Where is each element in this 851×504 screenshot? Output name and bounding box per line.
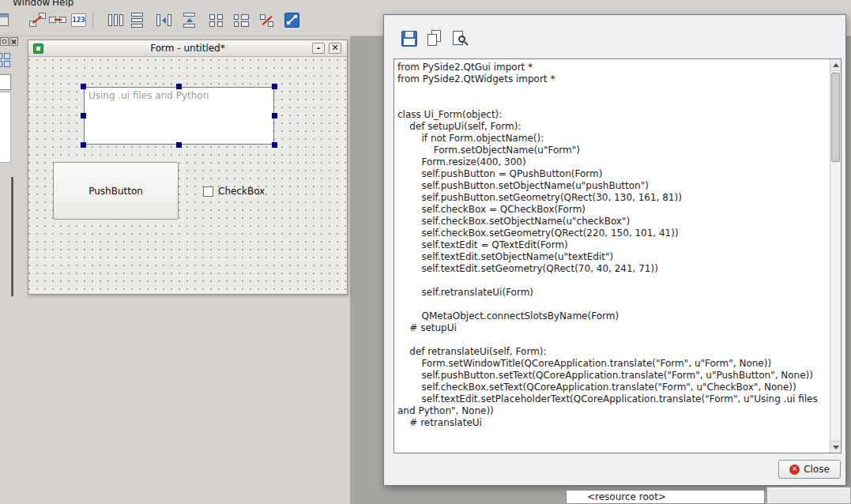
menu-window[interactable]: Window — [13, 0, 50, 7]
close-window-button[interactable]: ✕ — [329, 43, 341, 54]
selection-handle-bottom-left[interactable] — [81, 142, 86, 148]
resource-root-label: <resource root> — [587, 491, 666, 502]
layout-grid-icon[interactable] — [207, 11, 226, 30]
selection-handle-bottom-center[interactable] — [176, 142, 182, 148]
layout-vertical-splitter-icon[interactable] — [180, 11, 199, 30]
form-window-title: Form - untitled* — [28, 43, 347, 54]
selection-handle-mid-left[interactable] — [81, 113, 86, 118]
selection-handle-top-right[interactable] — [272, 84, 277, 89]
checkbox-widget[interactable]: CheckBox — [203, 185, 265, 197]
form-editor-window: Form - untitled* - ✕ Using .ui files and… — [28, 39, 348, 295]
selection-handle-top-left[interactable] — [81, 84, 86, 89]
break-layout-icon[interactable] — [258, 11, 277, 30]
layout-horizontal-splitter-icon[interactable] — [155, 11, 174, 30]
textedit-widget[interactable]: Using .ui files and Python — [84, 87, 274, 145]
code-preview-dialog: from PySide2.QtGui import * from PySide2… — [383, 14, 846, 486]
copy-icon[interactable] — [426, 29, 445, 48]
selection-handle-mid-right[interactable] — [272, 113, 277, 118]
close-button[interactable]: ✕ Close — [778, 460, 841, 479]
close-dialog-icon: ✕ — [789, 465, 800, 475]
scrollbar-thumb[interactable] — [831, 73, 840, 162]
edit-tab-order-icon[interactable]: 123 — [70, 11, 88, 30]
qt-designer-window: Window Help 123 — [0, 0, 851, 504]
widgetbox-panel — [0, 92, 11, 163]
scroll-down-button[interactable] — [830, 441, 841, 453]
edit-buddies-icon[interactable] — [49, 11, 68, 30]
layout-form-icon[interactable] — [232, 11, 251, 30]
selection-handle-bottom-right[interactable] — [272, 142, 277, 148]
layout-horizontal-icon[interactable] — [107, 11, 126, 30]
dock-close-button[interactable] — [9, 37, 18, 46]
code-text: from PySide2.QtGui import * from PySide2… — [394, 59, 830, 453]
layout-vertical-icon[interactable] — [128, 11, 147, 30]
selection-handle-top-center[interactable] — [176, 84, 182, 89]
checkbox-label: CheckBox — [218, 186, 265, 197]
tab-order-glyph: 123 — [71, 13, 86, 27]
minimize-button[interactable]: - — [312, 43, 325, 54]
pushbutton-widget[interactable]: PushButton — [53, 162, 179, 220]
form-window-titlebar[interactable]: Form - untitled* - ✕ — [28, 40, 347, 57]
find-icon[interactable] — [451, 29, 470, 48]
arrow-up-icon — [833, 63, 839, 67]
widgetbox-filter-input[interactable] — [0, 74, 11, 90]
code-scrollbar[interactable] — [830, 59, 841, 453]
code-view[interactable]: from PySide2.QtGui import * from PySide2… — [393, 58, 842, 453]
widgetbox-scrollbar[interactable] — [11, 177, 13, 296]
widgetbox-icon[interactable] — [0, 51, 12, 70]
adjust-size-icon[interactable] — [283, 11, 302, 30]
arrow-down-icon — [833, 446, 839, 449]
checkbox-box[interactable] — [203, 186, 213, 197]
menubar: Window Help — [0, 0, 851, 7]
resource-root-item[interactable]: <resource root> — [566, 490, 765, 504]
edit-signals-slots-icon[interactable] — [28, 11, 47, 30]
toolbar-separator — [92, 12, 93, 29]
resource-side-panel — [766, 487, 851, 504]
dock-float-button[interactable] — [0, 37, 9, 46]
menu-help[interactable]: Help — [52, 0, 73, 7]
close-button-label: Close — [804, 464, 830, 475]
scroll-up-button[interactable] — [830, 59, 841, 71]
edit-widgets-icon[interactable] — [0, 11, 12, 30]
textedit-placeholder: Using .ui files and Python — [88, 90, 209, 101]
save-icon[interactable] — [400, 29, 419, 48]
